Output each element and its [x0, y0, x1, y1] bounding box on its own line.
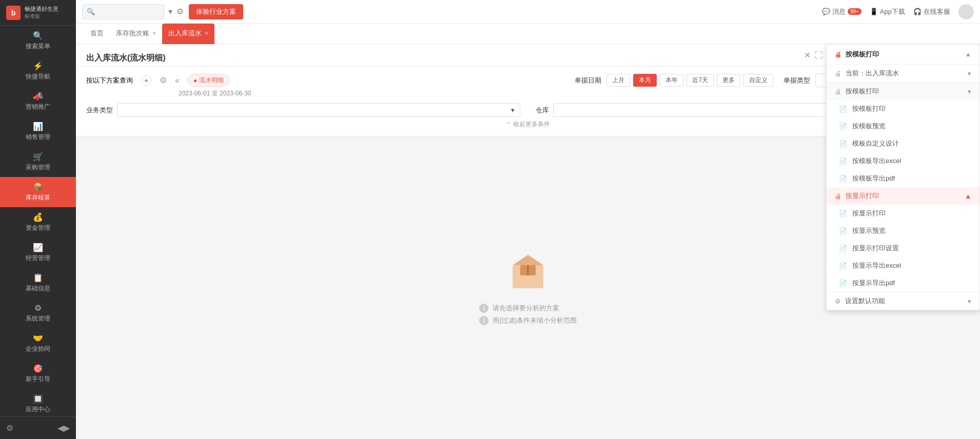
sidebar-item-label: 搜索菜单 — [26, 42, 50, 51]
display-print-section-label: 按显示打印 — [846, 191, 879, 201]
sales-icon: 📊 — [33, 122, 43, 131]
filter-collapse-button[interactable]: « — [175, 76, 180, 85]
date-tag-custom[interactable]: 自定义 — [743, 74, 773, 87]
tab-flow-close[interactable]: × — [205, 30, 208, 37]
step-2-text: 用[过滤]条件来缩小分析范围 — [493, 316, 576, 325]
date-tag-year[interactable]: 本年 — [660, 74, 683, 87]
avatar[interactable] — [958, 4, 974, 19]
filter-settings-button[interactable]: ⚙ — [160, 75, 167, 85]
template-print-section-header[interactable]: 🖨 按模板打印 ▾ — [827, 83, 979, 100]
display-print-item[interactable]: 📄 按显示打印 — [827, 205, 979, 222]
sidebar-item-inventory[interactable]: 📦 库存核算 — [0, 177, 76, 207]
template-export-excel-item[interactable]: 📄 按模板导出excel — [827, 152, 979, 170]
app-download-item[interactable]: 📱 App下载 — [870, 7, 905, 16]
filter-chip[interactable]: ● 流水明细 — [188, 74, 229, 87]
system-icon: ⚙ — [34, 303, 42, 313]
online-service-item[interactable]: 🎧 在线客服 — [913, 7, 950, 16]
sidebar-footer: ⚙ ◀▶ — [0, 416, 76, 439]
tab-flow[interactable]: 出入库流水 × — [162, 24, 214, 44]
sidebar-item-basic[interactable]: 📋 基础信息 — [0, 268, 76, 298]
section-collapse-icon: ▲ — [965, 192, 971, 200]
filter-add-button[interactable]: + — [141, 75, 151, 86]
sidebar-item-sales[interactable]: 📊 销售管理 — [0, 116, 76, 147]
sidebar-item-quick-nav[interactable]: ⚡ 快捷导航 — [0, 56, 76, 86]
tab-flow-label: 出入库流水 — [168, 29, 202, 38]
tab-batch-label: 库存批次账 — [116, 29, 149, 38]
tab-batch[interactable]: 库存批次账 × — [110, 24, 162, 44]
footer-chevron: ▾ — [968, 297, 971, 305]
dropdown-footer[interactable]: ⚙ 设置默认功能 ▾ — [827, 292, 979, 310]
date-filter-tags: 上月 本月 本年 近7天 更多 自定义 — [606, 74, 773, 87]
current-item[interactable]: 🖨 当前：出入库流水 ▾ — [827, 65, 979, 83]
tab-home[interactable]: 首页 — [84, 24, 110, 44]
collapse-sidebar-icon[interactable]: ◀▶ — [57, 423, 70, 433]
template-preview-item[interactable]: 📄 按模板预览 — [827, 117, 979, 135]
search-box[interactable]: 🔍 — [82, 4, 164, 19]
purchase-icon: 🛒 — [33, 152, 43, 162]
display-print-icon: 📄 — [839, 210, 847, 217]
message-item[interactable]: 💬 消息 99+ — [822, 7, 861, 16]
sidebar-item-finance[interactable]: 💰 资金管理 — [0, 207, 76, 237]
sidebar-item-label: 基础信息 — [26, 284, 50, 293]
dropdown-chevron-up: ▲ — [965, 51, 971, 58]
display-export-pdf-item[interactable]: 📄 按显示导出pdf — [827, 274, 979, 292]
date-tag-current-month[interactable]: 本月 — [633, 74, 657, 87]
date-tag-more[interactable]: 更多 — [717, 74, 740, 87]
sidebar-item-app-center[interactable]: 🔲 应用中心 — [0, 389, 76, 416]
topbar-settings-icon[interactable]: ⚙ — [177, 7, 184, 16]
quick-nav-icon: ⚡ — [33, 61, 43, 71]
trial-btn[interactable]: 体验行业方案 — [189, 4, 243, 19]
doc-custom-icon: 📄 — [839, 140, 847, 148]
display-print-section-icon: 🖨 — [835, 192, 841, 200]
warehouse-label: 仓库 — [536, 106, 549, 115]
template-custom-item[interactable]: 📄 模板自定义设计 — [827, 135, 979, 152]
basic-icon: 📋 — [33, 273, 43, 283]
template-print-section-label: 按模板打印 — [846, 87, 879, 96]
topbar-dropdown-icon[interactable]: ▾ — [168, 7, 172, 16]
sidebar-item-marketing[interactable]: 📣 营销推广 — [0, 86, 76, 116]
date-tag-7days[interactable]: 近7天 — [687, 74, 714, 87]
search-input[interactable] — [97, 8, 159, 15]
app-version: 标准版 — [25, 13, 58, 20]
sidebar-item-system[interactable]: ⚙ 系统管理 — [0, 298, 76, 328]
tabs-bar: 首页 库存批次账 × 出入库流水 × — [76, 24, 980, 44]
display-print-section-header[interactable]: 🖨 按显示打印 ▲ — [827, 187, 979, 205]
settings-icon[interactable]: ⚙ — [6, 423, 13, 433]
template-print-item[interactable]: 📄 按模板打印 — [827, 100, 979, 117]
sidebar-item-search[interactable]: 🔍 搜索菜单 — [0, 26, 76, 56]
sidebar-item-purchase[interactable]: 🛒 采购管理 — [0, 147, 76, 177]
expand-panel-button[interactable]: ⛶ — [813, 49, 825, 62]
empty-step-1: 1 请先选择要分析的方案 — [479, 304, 576, 313]
display-export-excel-item[interactable]: 📄 按显示导出excel — [827, 257, 979, 274]
close-panel-button[interactable]: ✕ — [802, 48, 813, 62]
inventory-icon: 📦 — [33, 182, 43, 192]
chevron-down-icon2: ▾ — [511, 106, 515, 114]
display-pdf-icon: 📄 — [839, 280, 847, 287]
footer-label: 设置默认功能 — [845, 296, 885, 306]
sidebar-item-enterprise[interactable]: 🤝 企业协同 — [0, 328, 76, 358]
content-area: 出入库流水(流水明细) 🖨 按模板打印 ▲ ↑ 导出 ↻ 刷新 — [76, 44, 980, 439]
date-tag-last-month[interactable]: 上月 — [606, 74, 630, 87]
tab-batch-close[interactable]: × — [152, 30, 156, 37]
app-center-icon: 🔲 — [33, 394, 43, 404]
business-type-label: 业务类型 — [86, 106, 113, 115]
step-num-2: 2 — [479, 316, 488, 325]
empty-state: 1 请先选择要分析的方案 2 用[过滤]条件来缩小分析范围 — [479, 247, 576, 328]
app-download-icon: 📱 — [870, 8, 878, 15]
sidebar-item-operation[interactable]: 📈 经营管理 — [0, 237, 76, 268]
online-service-label: 在线客服 — [924, 7, 950, 16]
date-label: 单据日期 — [575, 76, 601, 85]
finance-icon: 💰 — [33, 212, 43, 222]
business-type-filter: 业务类型 ▾ — [86, 103, 520, 117]
display-print-settings-item[interactable]: 📄 按显示打印设置 — [827, 240, 979, 257]
display-preview-item[interactable]: 📄 按显示预览 — [827, 222, 979, 240]
template-export-pdf-item[interactable]: 📄 按模板导出pdf — [827, 170, 979, 187]
chip-label: 流水明细 — [199, 76, 224, 85]
marketing-icon: 📣 — [33, 91, 43, 101]
display-settings-icon: 📄 — [839, 245, 847, 252]
sidebar-item-newbie[interactable]: 🎯 新手引导 — [0, 358, 76, 389]
sidebar-item-label: 快捷导航 — [26, 72, 50, 81]
business-type-select[interactable]: ▾ — [117, 103, 520, 117]
sidebar-item-label: 采购管理 — [26, 163, 50, 172]
sidebar: b 畅捷通好生意 标准版 🔍 搜索菜单 ⚡ 快捷导航 📣 营销推广 📊 销售管理… — [0, 0, 76, 439]
